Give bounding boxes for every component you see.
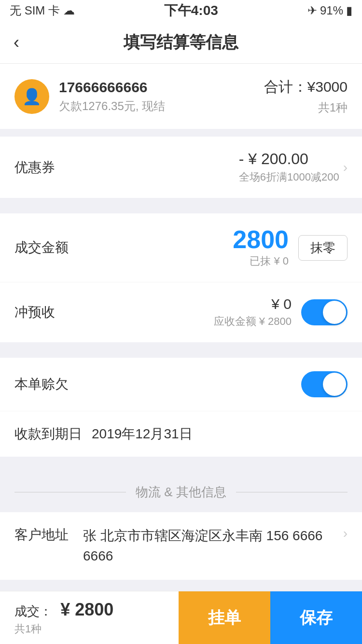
prepay-main: ¥ 0 <box>214 296 292 312</box>
bottom-footer: 成交： ¥ 2800 共1种 挂单 保存 <box>0 591 362 644</box>
footer-summary: 成交： ¥ 2800 共1种 <box>0 600 179 636</box>
address-chevron-icon: › <box>343 526 348 541</box>
status-time: 下午4:03 <box>164 1 218 20</box>
coupon-desc: 全场6折满1000减200 <box>239 170 339 184</box>
arrears-label: 本单赊欠 <box>14 375 69 393</box>
carrier-text: 无 SIM 卡 ☁ <box>10 3 75 18</box>
coupon-chevron-icon: › <box>343 160 348 175</box>
arrears-section: 本单赊欠 收款到期日 2019年12月31日 <box>0 358 362 457</box>
arrears-row: 本单赊欠 <box>0 358 362 411</box>
customer-phone: 17666666666 <box>59 79 165 96</box>
customer-left: 👤 17666666666 欠款1276.35元, 现结 <box>14 79 165 114</box>
customer-right: 合计：¥3000 共1种 <box>264 77 348 115</box>
address-value: 张 北京市市辖区海淀区永丰南 156 6666 6666 <box>83 526 339 566</box>
address-row[interactable]: 客户地址 张 北京市市辖区海淀区永丰南 156 6666 6666 › <box>0 512 362 580</box>
battery-text: 91% <box>320 4 343 17</box>
round-button[interactable]: 抹零 <box>298 235 348 261</box>
coupon-row[interactable]: 优惠券 - ¥ 200.00 全场6折满1000减200 › <box>0 137 362 198</box>
customer-total: 合计：¥3000 <box>264 77 348 97</box>
address-right: 张 北京市市辖区海淀区永丰南 156 6666 6666 › <box>83 526 348 566</box>
prepay-row: 冲预收 ¥ 0 应收金额 ¥ 2800 <box>0 282 362 342</box>
footer-deal-label: 成交： <box>14 604 52 618</box>
footer-deal-amount: ¥ 2800 <box>60 600 113 619</box>
footer-deal: 成交： ¥ 2800 <box>14 600 164 620</box>
arrears-toggle-thumb <box>323 373 346 396</box>
amount-right: 2800 已抹 ¥ 0 抹零 <box>233 227 348 268</box>
amount-row: 成交金额 2800 已抹 ¥ 0 抹零 <box>0 213 362 282</box>
coupon-discount: - ¥ 200.00 <box>239 150 339 168</box>
arrears-toggle[interactable] <box>301 371 348 397</box>
location-icon: ✈ <box>307 4 317 17</box>
coupon-right: - ¥ 200.00 全场6折满1000减200 › <box>239 150 348 184</box>
customer-owe: 欠款1276.35元, 现结 <box>59 98 165 114</box>
footer-count: 共1种 <box>14 622 164 636</box>
status-bar: 无 SIM 卡 ☁ 下午4:03 ✈ 91% ▮ <box>0 0 362 21</box>
back-button[interactable]: ‹ <box>14 32 19 53</box>
section-divider-1 <box>0 206 362 213</box>
amount-section: 成交金额 2800 已抹 ¥ 0 抹零 冲预收 ¥ 0 应收金额 ¥ 2800 <box>0 213 362 342</box>
section-divider-3 <box>0 464 362 472</box>
section-divider-2 <box>0 350 362 358</box>
amount-value: 2800 <box>233 227 289 252</box>
amount-sub: 已抹 ¥ 0 <box>233 254 289 268</box>
pending-button[interactable]: 挂单 <box>179 591 270 644</box>
toggle-thumb <box>323 301 346 324</box>
main-content: 👤 17666666666 欠款1276.35元, 现结 合计：¥3000 共1… <box>0 64 362 638</box>
customer-info: 17666666666 欠款1276.35元, 现结 <box>59 79 165 114</box>
due-date-value: 2019年12月31日 <box>92 425 193 443</box>
battery-icon: ▮ <box>346 4 352 17</box>
prepay-amount: ¥ 0 应收金额 ¥ 2800 <box>214 296 292 329</box>
coupon-label: 优惠券 <box>14 158 55 177</box>
prepay-right: ¥ 0 应收金额 ¥ 2800 <box>214 296 348 329</box>
due-date-row: 收款到期日 2019年12月31日 <box>0 411 362 457</box>
customer-card: 👤 17666666666 欠款1276.35元, 现结 合计：¥3000 共1… <box>0 64 362 129</box>
page-title: 填写结算等信息 <box>124 31 238 54</box>
divider-line-right <box>236 492 348 492</box>
status-left: 无 SIM 卡 ☁ <box>10 3 75 18</box>
logistics-header: 物流 & 其他信息 <box>0 472 362 512</box>
logistics-title: 物流 & 其他信息 <box>136 484 226 501</box>
amount-label: 成交金额 <box>14 238 69 257</box>
nav-bar: ‹ 填写结算等信息 <box>0 21 362 64</box>
prepay-sub: 应收金额 ¥ 2800 <box>214 314 292 329</box>
divider-line-left <box>14 492 126 492</box>
address-label: 客户地址 <box>14 526 69 544</box>
status-right: ✈ 91% ▮ <box>307 4 352 17</box>
save-button[interactable]: 保存 <box>270 591 362 644</box>
prepay-label: 冲预收 <box>14 303 55 322</box>
due-date-label: 收款到期日 <box>14 425 82 443</box>
avatar-icon: 👤 <box>22 87 42 106</box>
prepay-toggle[interactable] <box>301 299 348 325</box>
customer-count: 共1种 <box>264 100 348 115</box>
avatar: 👤 <box>14 79 49 114</box>
